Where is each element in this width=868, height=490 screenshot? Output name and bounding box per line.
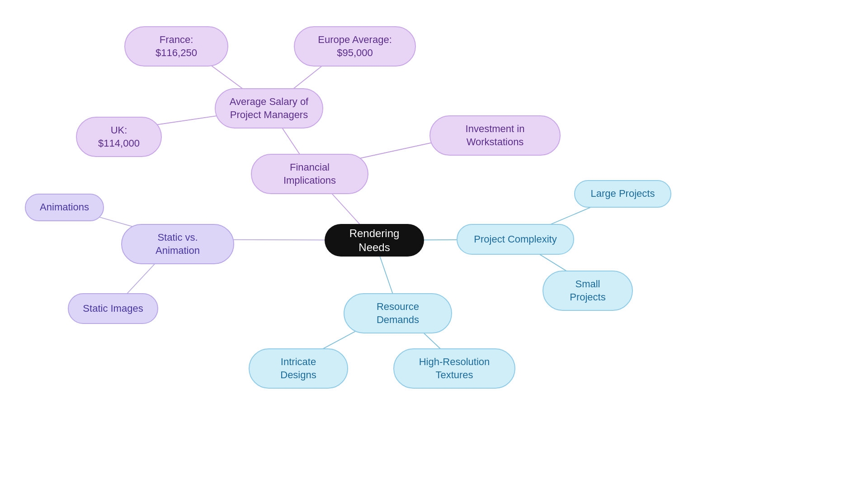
node-financial_implications[interactable]: Financial Implications <box>251 154 368 194</box>
node-static_images[interactable]: Static Images <box>68 293 158 324</box>
node-europe_avg[interactable]: Europe Average: $95,000 <box>294 26 416 67</box>
mind-map: Rendering NeedsFinancial ImplicationsAve… <box>0 0 868 490</box>
node-uk[interactable]: UK: $114,000 <box>76 117 162 157</box>
node-small_projects[interactable]: Small Projects <box>542 271 633 311</box>
node-animations[interactable]: Animations <box>25 194 104 221</box>
node-intricate_designs[interactable]: Intricate Designs <box>249 348 348 389</box>
node-high_res[interactable]: High-Resolution Textures <box>393 348 515 389</box>
node-france[interactable]: France: $116,250 <box>124 26 228 67</box>
node-investment[interactable]: Investment in Workstations <box>429 115 561 156</box>
node-avg_salary[interactable]: Average Salary of Project Managers <box>215 88 323 128</box>
node-resource_demands[interactable]: Resource Demands <box>344 293 452 333</box>
node-center[interactable]: Rendering Needs <box>325 224 424 257</box>
node-project_complexity[interactable]: Project Complexity <box>457 224 574 255</box>
node-large_projects[interactable]: Large Projects <box>574 180 671 208</box>
node-static_vs_animation[interactable]: Static vs. Animation <box>121 224 234 264</box>
